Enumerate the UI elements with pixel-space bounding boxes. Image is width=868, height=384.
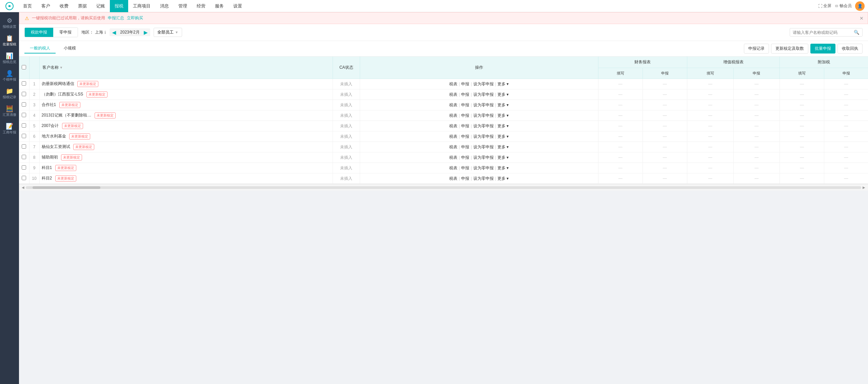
op-zero-5[interactable]: 设为零申报 [473,134,494,140]
op-tax-table-7[interactable]: 税表 [449,155,457,161]
batch-declare-btn[interactable]: 批量申报 [810,44,835,54]
nav-tax[interactable]: 报税 [110,0,128,12]
nav-message[interactable]: 消息 [155,0,174,12]
op-more-7[interactable]: 更多 ▾ [497,155,509,161]
row-checkbox-6[interactable] [22,144,26,149]
retrieve-btn[interactable]: 收取回执 [837,44,863,54]
row-checkbox-7[interactable] [22,155,26,159]
col-header-client-name: 客户名称 [42,65,59,70]
notice-link-buy[interactable]: 立即购买 [127,15,143,21]
nav-bizproject[interactable]: 工商项目 [128,0,155,12]
op-declare-4[interactable]: 申报 [461,123,469,129]
op-zero-6[interactable]: 设为零申报 [473,144,494,150]
op-declare-1[interactable]: 申报 [461,92,469,98]
op-zero-1[interactable]: 设为零申报 [473,92,494,98]
op-zero-2[interactable]: 设为零申报 [473,102,494,108]
op-more-0[interactable]: 更多 ▾ [497,81,509,87]
op-tax-table-1[interactable]: 税表 [449,92,457,98]
avatar[interactable]: 👤 [855,1,865,11]
op-zero-9[interactable]: 设为零申报 [473,176,494,182]
row-checkbox-5[interactable] [22,134,26,138]
tab-general-taxpayer[interactable]: 一般的税人 [24,44,56,54]
op-tax-table-9[interactable]: 税表 [449,176,457,182]
update-quota-btn[interactable]: 更新核定及取数 [771,44,808,54]
sidebar-item-calc-clear[interactable]: 🧮 汇算清缴 [0,102,19,120]
sidebar-label-tax-settings: 报税设置 [3,25,16,29]
op-declare-7[interactable]: 申报 [461,155,469,161]
op-tax-table-8[interactable]: 税表 [449,165,457,171]
nav-operation[interactable]: 经营 [192,0,210,12]
op-declare-9[interactable]: 申报 [461,176,469,182]
op-tax-table-0[interactable]: 税表 [449,81,457,87]
declare-record-btn[interactable]: 申报记录 [744,44,769,54]
sidebar-item-personal-tax[interactable]: 👤 个税申报 [0,67,19,85]
scroll-left-arrow[interactable]: ◀ [22,186,24,189]
nav-service[interactable]: 服务 [210,0,229,12]
op-declare-3[interactable]: 申报 [461,113,469,119]
period-prev-btn[interactable]: ◀ [112,30,116,35]
op-tax-table-5[interactable]: 税表 [449,134,457,140]
nav-accounting[interactable]: 记账 [92,0,110,12]
notice-close-btn[interactable]: ✕ [860,16,864,21]
tab-small-scale[interactable]: 小规模 [58,44,81,54]
op-more-4[interactable]: 更多 ▾ [497,123,509,129]
nav-settings[interactable]: 设置 [229,0,247,12]
row-checkbox-8[interactable] [22,165,26,170]
op-tax-table-3[interactable]: 税表 [449,113,457,119]
period-next-btn[interactable]: ▶ [144,30,147,35]
nav-manage[interactable]: 管理 [174,0,192,12]
region-value[interactable]: 上海 [95,29,103,35]
col-header-added-tax: 附加税 [818,60,830,64]
op-zero-0[interactable]: 设为零申报 [473,81,494,87]
op-declare-2[interactable]: 申报 [461,102,469,108]
row-checkbox-0[interactable] [22,81,26,86]
op-more-8[interactable]: 更多 ▾ [497,165,509,171]
member-btn[interactable]: ♾ 畅会员 [835,3,852,9]
op-tax-table-2[interactable]: 税表 [449,102,457,108]
op-more-6[interactable]: 更多 ▾ [497,144,509,150]
sidebar-item-tax-overview[interactable]: 📊 报税总览 [0,49,19,67]
op-tax-table-4[interactable]: 税表 [449,123,457,129]
nav-billing[interactable]: 收费 [55,0,73,12]
row-fin-fill-7: — [598,152,643,163]
fullscreen-btn[interactable]: ⛶ 全屏 [818,3,831,9]
op-more-1[interactable]: 更多 ▾ [497,92,509,98]
sidebar-item-tax-records[interactable]: 📁 报税记录 [0,85,19,102]
tab-zero-report[interactable]: 零申报 [53,28,78,37]
notice-link-summary[interactable]: 申报汇总 [108,15,124,21]
op-declare-0[interactable]: 申报 [461,81,469,87]
op-declare-5[interactable]: 申报 [461,134,469,140]
region-selector: 地区： 上海 ℹ [81,29,106,35]
op-declare-6[interactable]: 申报 [461,144,469,150]
tab-tax-report[interactable]: 税款申报 [25,28,53,37]
op-zero-3[interactable]: 设为零申报 [473,113,494,119]
row-checkbox-1[interactable] [22,92,26,96]
scroll-thumb[interactable] [33,186,100,189]
op-tax-table-6[interactable]: 税表 [449,144,457,150]
scroll-right-arrow[interactable]: ▶ [863,186,865,189]
op-more-9[interactable]: 更多 ▾ [497,176,509,182]
select-all-checkbox[interactable] [22,65,26,69]
sidebar-item-biz-annual[interactable]: 📝 工商年报 [0,120,19,137]
row-checkbox-3[interactable] [22,113,26,117]
row-checkbox-2[interactable] [22,102,26,107]
op-zero-7[interactable]: 设为零申报 [473,155,494,161]
nav-client[interactable]: 客户 [37,0,55,12]
sidebar-item-batch-tax[interactable]: 📋 批量报税 [0,32,19,49]
employee-selector[interactable]: 全部员工 ▼ [154,28,182,37]
row-checkbox-9[interactable] [22,176,26,180]
nav-invoice[interactable]: 票据 [73,0,92,12]
op-zero-8[interactable]: 设为零申报 [473,165,494,171]
sort-icon[interactable]: ▼ [60,66,63,69]
search-input[interactable] [790,29,851,36]
op-more-2[interactable]: 更多 ▾ [497,102,509,108]
region-info-icon[interactable]: ℹ [104,30,106,35]
op-more-5[interactable]: 更多 ▾ [497,134,509,140]
op-zero-4[interactable]: 设为零申报 [473,123,494,129]
sidebar-item-tax-settings[interactable]: ⚙ 报税设置 [0,14,19,32]
search-button[interactable]: 🔍 [851,28,862,36]
row-checkbox-4[interactable] [22,123,26,128]
nav-home[interactable]: 首页 [18,0,37,12]
op-more-3[interactable]: 更多 ▾ [497,113,509,119]
op-declare-8[interactable]: 申报 [461,165,469,171]
